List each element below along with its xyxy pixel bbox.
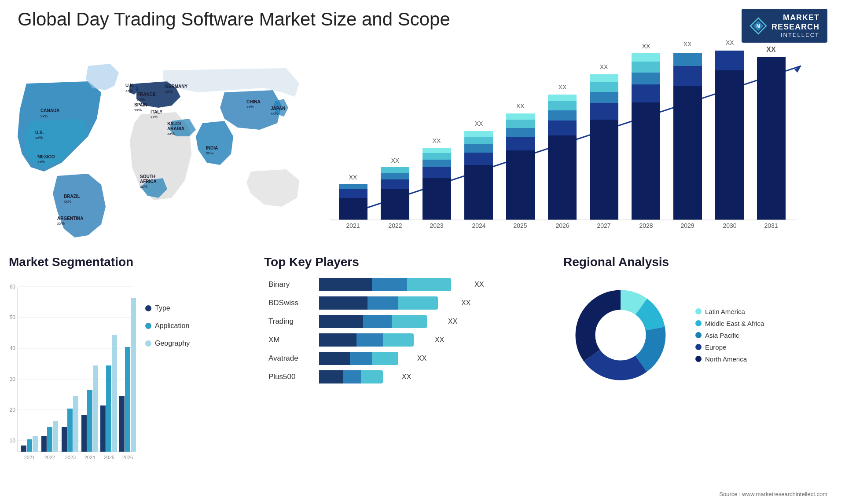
svg-text:2025: 2025 [513,222,527,229]
svg-text:50: 50 [10,314,16,321]
regional-heading: Regional Analysis [555,255,845,269]
svg-rect-122 [53,421,58,452]
player-bar-bdswiss: XX [319,296,470,310]
svg-rect-45 [381,167,409,173]
player-row-xm: XM XX [268,333,541,347]
segmentation-legend: Type Application Geography [145,304,190,351]
svg-point-146 [596,311,645,359]
regional-legend: Latin America Middle East & Africa Asia … [695,308,764,363]
players-heading: Top Key Players [255,255,555,269]
svg-rect-133 [106,365,111,452]
legend-north-america: North America [695,355,764,363]
segmentation-chart: 60 50 40 30 20 10 2021 2022 [4,278,141,467]
svg-rect-64 [506,128,535,137]
world-map-svg: CANADA xx% U.S. xx% MEXICO xx% BRAZIL xx… [0,48,317,242]
svg-rect-56 [464,153,493,165]
growth-bar-chart: XX 2021 XX 2022 XX 2023 XX 2024 XX 2025 [317,48,823,242]
asia-pacific-dot [695,332,702,338]
player-name-bdswiss: BDSwiss [268,299,312,307]
player-bar-trading: XX [319,315,457,328]
svg-text:U.S.: U.S. [35,130,44,135]
svg-rect-128 [81,415,87,452]
mea-dot [695,320,702,326]
svg-rect-116 [21,446,26,452]
source-text: Source : www.marketresearchintellect.com [719,491,827,497]
svg-rect-58 [464,137,493,144]
svg-rect-130 [93,365,98,452]
svg-text:ARABIA: ARABIA [167,126,184,131]
svg-text:2027: 2027 [597,222,610,229]
svg-text:xx%: xx% [57,221,65,226]
svg-rect-84 [632,84,660,102]
segmentation-heading: Market Segmentation [0,255,255,269]
legend-mea-label: Middle East & Africa [705,320,764,327]
north-america-dot [695,356,702,362]
svg-text:2029: 2029 [680,222,694,229]
svg-rect-118 [33,436,38,452]
svg-text:2028: 2028 [639,222,653,229]
svg-rect-117 [27,439,32,452]
players-section: Top Key Players Binary XX BDSwiss [255,255,555,493]
svg-rect-37 [339,198,367,220]
svg-rect-121 [47,427,52,452]
svg-text:MEXICO: MEXICO [37,154,55,159]
application-dot [145,323,151,329]
legend-mea: Middle East & Africa [695,320,764,327]
svg-rect-99 [757,57,786,220]
legend-geography-label: Geography [155,340,190,347]
player-val-avatrade: XX [417,354,426,362]
player-bar-plus500: XX [319,370,411,383]
svg-text:XX: XX [766,46,776,53]
svg-text:M: M [757,24,760,29]
svg-rect-50 [422,160,451,167]
svg-rect-66 [506,113,535,120]
svg-text:ITALY: ITALY [151,110,163,114]
svg-rect-95 [715,70,744,220]
legend-europe: Europe [695,343,764,351]
svg-text:xx%: xx% [64,199,71,204]
svg-text:2023: 2023 [65,455,76,460]
svg-text:2021: 2021 [346,222,360,229]
logo-text-line1: MARKET [772,13,819,22]
legend-geography: Geography [145,340,190,347]
player-val-bdswiss: XX [461,299,470,307]
svg-text:CANADA: CANADA [40,108,59,113]
player-val-xm: XX [435,336,444,344]
svg-text:INDIA: INDIA [206,146,218,150]
svg-text:AFRICA: AFRICA [140,179,157,184]
svg-rect-138 [131,298,136,452]
latin-america-dot [695,308,702,314]
svg-text:SOUTH: SOUTH [140,174,155,179]
svg-text:10: 10 [10,438,16,444]
svg-text:SPAIN: SPAIN [134,102,147,107]
svg-rect-63 [506,137,535,150]
svg-text:SAUDI: SAUDI [167,121,181,126]
logo-area: M MARKET RESEARCH INTELLECT [742,9,827,43]
svg-text:xx%: xx% [151,115,158,119]
svg-text:FRANCE: FRANCE [137,92,156,97]
logo-icon: M [749,17,767,35]
player-name-plus500: Plus500 [268,373,312,381]
svg-rect-77 [590,103,618,120]
legend-north-america-label: North America [705,355,747,363]
legend-europe-label: Europe [705,343,726,351]
svg-text:2026: 2026 [122,455,133,460]
svg-text:JAPAN: JAPAN [271,106,285,111]
svg-rect-92 [673,53,702,66]
svg-rect-38 [339,189,367,198]
europe-dot [695,344,702,350]
svg-text:20: 20 [10,407,16,413]
geography-dot [145,340,151,347]
player-row-plus500: Plus500 XX [268,370,541,383]
svg-text:xx%: xx% [125,88,133,93]
svg-rect-83 [632,102,660,220]
legend-application: Application [145,322,190,330]
player-name-avatrade: Avatrade [268,354,312,363]
svg-text:2026: 2026 [555,222,569,229]
segmentation-section: Market Segmentation 60 50 40 30 20 10 20… [0,255,255,493]
svg-rect-132 [100,405,106,452]
svg-rect-76 [590,120,618,220]
svg-text:xx%: xx% [40,114,48,118]
player-val-binary: XX [474,281,484,289]
svg-rect-87 [632,53,660,62]
